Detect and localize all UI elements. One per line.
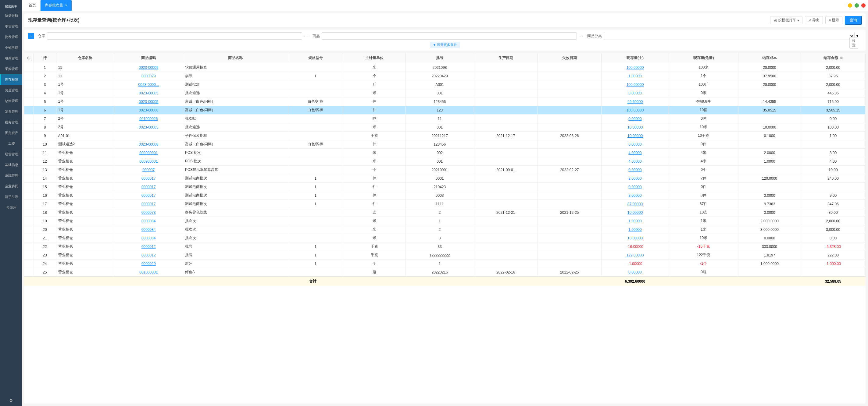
window-minimize[interactable] bbox=[848, 3, 852, 8]
qty-link[interactable]: 0000017 bbox=[142, 194, 156, 198]
qty-link[interactable]: 1.00000 bbox=[628, 74, 642, 78]
qty-link[interactable]: 0.00000 bbox=[628, 185, 642, 189]
sidebar-item-cloud[interactable]: 云应用 bbox=[0, 202, 22, 213]
td-check[interactable] bbox=[24, 80, 34, 89]
sidebar-logo[interactable]: 搜索菜单 bbox=[0, 2, 22, 10]
td-check[interactable] bbox=[24, 123, 34, 132]
td-check[interactable] bbox=[24, 166, 34, 174]
sidebar-item-ecom[interactable]: 电商管理 bbox=[0, 53, 22, 64]
table-row[interactable]: 24营业柜仓0000029旗际1个1-1.00000-1个1,000.0000-… bbox=[24, 260, 866, 268]
qty-link[interactable]: 001000031 bbox=[139, 270, 158, 274]
settings-icon[interactable]: ⚙ bbox=[0, 395, 22, 406]
sidebar-item-inventory[interactable]: 库存核算 bbox=[0, 74, 22, 85]
category-select[interactable] bbox=[604, 32, 855, 40]
sidebar-item-system[interactable]: 系统管理 bbox=[0, 170, 22, 181]
filter-settings-button[interactable]: 设置 bbox=[849, 37, 858, 49]
qty-link[interactable]: 000900001 bbox=[139, 151, 158, 155]
sidebar-item-retail[interactable]: 零售管理 bbox=[0, 21, 22, 32]
qty-link[interactable]: 1.00000 bbox=[628, 219, 642, 223]
qty-link[interactable]: 0023-00005 bbox=[139, 91, 158, 95]
qty-link[interactable]: 0.00000 bbox=[628, 142, 642, 146]
table-row[interactable]: 21营业柜仓0000084批次次米310.0000010米0.00000.00 bbox=[24, 234, 866, 242]
sidebar-item-collab[interactable]: 企业协同 bbox=[0, 181, 22, 192]
table-row[interactable]: 51号0023-00005富诚（白色/闪棒）白色/闪棒件12345649.600… bbox=[24, 98, 866, 106]
table-row[interactable]: 31号0023-0000...测试批次斤A001100.00000100斤20.… bbox=[24, 80, 866, 89]
qty-link[interactable]: 0000017 bbox=[142, 176, 156, 181]
td-check[interactable] bbox=[24, 98, 34, 106]
qty-link[interactable]: 0.00000 bbox=[628, 91, 642, 95]
qty-link[interactable]: 001000026 bbox=[139, 117, 158, 121]
qty-link[interactable]: 0000012 bbox=[142, 244, 156, 249]
td-check[interactable] bbox=[24, 149, 34, 157]
sidebar-item-mini-ecom[interactable]: 小鲸电商 bbox=[0, 42, 22, 53]
qty-link[interactable]: 0.00000 bbox=[628, 270, 642, 274]
qty-link[interactable]: 2.00000 bbox=[628, 176, 642, 181]
qty-link[interactable]: 122.00000 bbox=[626, 253, 644, 257]
td-check[interactable] bbox=[24, 260, 34, 268]
table-row[interactable]: 25营业柜仓001000031鲆鱼A瓶202202162022-02-16202… bbox=[24, 268, 866, 277]
td-check[interactable] bbox=[24, 217, 34, 225]
qty-link[interactable]: 000097 bbox=[143, 168, 155, 172]
qty-link[interactable]: 4.00000 bbox=[628, 151, 642, 155]
th-check[interactable]: ☉ bbox=[24, 53, 34, 63]
td-check[interactable] bbox=[24, 183, 34, 191]
td-check[interactable] bbox=[24, 89, 34, 98]
qty-link[interactable]: 0023-00008 bbox=[139, 108, 158, 112]
table-row[interactable]: 82号0023-00005批次遴选米00110.0000010米10.00001… bbox=[24, 123, 866, 132]
qty-link[interactable]: 0000029 bbox=[142, 74, 156, 78]
td-check[interactable] bbox=[24, 132, 34, 140]
table-row[interactable]: 61号0023-00008富诚（白色/闪棒）白色/闪棒件123100.00000… bbox=[24, 106, 866, 114]
qty-link[interactable]: 0000084 bbox=[142, 236, 156, 240]
sidebar-item-invoice[interactable]: 发票管理 bbox=[0, 106, 22, 117]
td-check[interactable] bbox=[24, 234, 34, 242]
qty-link[interactable]: 000900001 bbox=[139, 159, 158, 164]
sidebar-item-quick-nav[interactable]: 快捷导航 bbox=[0, 10, 22, 21]
qty-link[interactable]: 10.00000 bbox=[627, 236, 643, 240]
qty-link[interactable]: 0000084 bbox=[142, 219, 156, 223]
table-row[interactable]: 15营业柜仓0000017测试电商批次1件2104230.000000件 bbox=[24, 183, 866, 191]
qty-link[interactable]: 100.00000 bbox=[626, 82, 644, 87]
sidebar-item-finance[interactable]: 资金管理 bbox=[0, 85, 22, 96]
td-check[interactable] bbox=[24, 251, 34, 260]
table-row[interactable]: 11营业柜仓000900001POS 批次米0024.000004米2.0000… bbox=[24, 149, 866, 157]
qty-link[interactable]: 100.00000 bbox=[626, 66, 644, 70]
qty-link[interactable]: 10.00000 bbox=[627, 210, 643, 215]
qty-link[interactable]: 100.00000 bbox=[626, 108, 644, 112]
table-row[interactable]: 20营业柜仓0000084批次次米21.000001米3,000.00003,0… bbox=[24, 225, 866, 234]
qty-link[interactable]: 10.00000 bbox=[627, 134, 643, 138]
print-button[interactable]: 🖨 按模板打印 ▾ bbox=[770, 16, 802, 24]
display-button[interactable]: ≡ 显示 bbox=[825, 16, 842, 24]
qty-link[interactable]: 0000017 bbox=[142, 202, 156, 206]
warehouse-input[interactable] bbox=[47, 32, 302, 40]
sidebar-item-tax[interactable]: 税务管理 bbox=[0, 117, 22, 128]
table-row[interactable]: 18营业柜仓0000078多头异色软线支22021-12-212021-12-2… bbox=[24, 208, 866, 217]
table-row[interactable]: 10测试遴选20023-00008富诚（白色/闪棒）白色/闪棒件1234560.… bbox=[24, 140, 866, 149]
tab-inventory-batch[interactable]: 库存批次量 ✕ bbox=[40, 0, 72, 11]
table-row[interactable]: 19营业柜仓0000084批次次米11.000001米2,000.00002,0… bbox=[24, 217, 866, 225]
table-row[interactable]: 12营业柜仓000900001POS 批次米0014.000004米1.0000… bbox=[24, 157, 866, 166]
qty-link[interactable]: 0023-00005 bbox=[139, 100, 158, 104]
qty-link[interactable]: 0023-00005 bbox=[139, 125, 158, 130]
window-maximize[interactable] bbox=[855, 3, 859, 8]
qty-link[interactable]: 0.00000 bbox=[628, 117, 642, 121]
qty-link[interactable]: 0.00000 bbox=[628, 168, 642, 172]
table-row[interactable]: 72号001000026批次吡吨110.000000吨0.00 bbox=[24, 114, 866, 123]
qty-link[interactable]: 10.00000 bbox=[627, 125, 643, 130]
td-check[interactable] bbox=[24, 140, 34, 149]
qty-link[interactable]: 0023-00009 bbox=[139, 66, 158, 70]
qty-link[interactable]: 0000012 bbox=[142, 253, 156, 257]
td-check[interactable] bbox=[24, 225, 34, 234]
sidebar-item-management[interactable]: 经营管理 bbox=[0, 149, 22, 160]
tab-close-button[interactable]: ✕ bbox=[65, 4, 67, 7]
qty-link[interactable]: 0000017 bbox=[142, 185, 156, 189]
qty-link[interactable]: 3.00000 bbox=[628, 194, 642, 198]
search-button[interactable]: 查询 bbox=[845, 16, 862, 25]
table-row[interactable]: 1110023-00009软顶通用帕查米2021098100.00000100米… bbox=[24, 63, 866, 72]
qty-link[interactable]: 0000084 bbox=[142, 228, 156, 232]
qty-link[interactable]: 0000078 bbox=[142, 210, 156, 215]
qty-link[interactable]: 0023-0000... bbox=[138, 82, 159, 87]
qty-link[interactable]: 0000029 bbox=[142, 262, 156, 266]
tab-home[interactable]: 首页 bbox=[24, 0, 40, 11]
td-check[interactable] bbox=[24, 191, 34, 200]
expand-filter-button[interactable]: ▼ 展开更多条件 bbox=[430, 42, 460, 48]
